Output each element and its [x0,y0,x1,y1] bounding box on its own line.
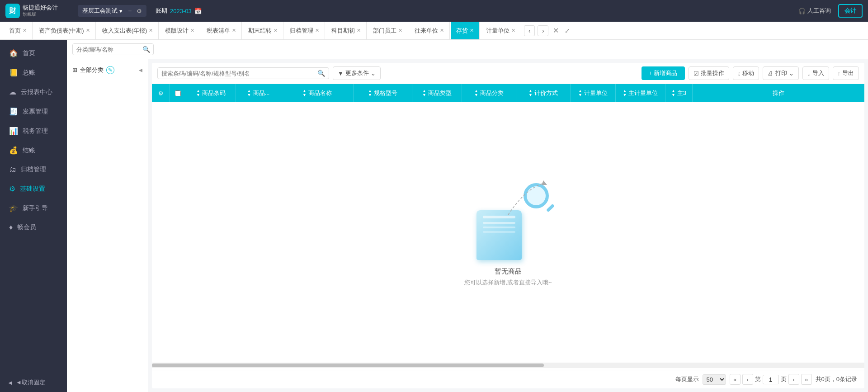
chevron-down-icon: ⌄ [371,70,376,77]
category-edit-icon[interactable]: ✎ [106,66,114,74]
th-unit[interactable]: ▲▼ 计量单位 [571,84,616,102]
page-prev-btn[interactable]: ‹ [742,374,753,385]
horizontal-scrollbar[interactable] [152,363,864,368]
print-label: 打印 [775,69,787,77]
tab-nav-next[interactable]: › [538,25,548,36]
tab-归档管理[interactable]: 归档管理 ✕ [284,22,325,40]
sidebar-label-settle: 结账 [23,146,35,155]
export-btn[interactable]: ↑ 导出 [833,66,859,80]
sidebar-item-member[interactable]: ♦ 畅会员 [0,218,67,237]
tab-close-模版[interactable]: ✕ [190,28,194,33]
settings-icon[interactable]: ⚙ [137,8,142,14]
header-actions: 🎧 人工咨询 会计 [795,4,863,18]
tab-close-资产[interactable]: ✕ [86,28,90,33]
tab-往来单位[interactable]: 往来单位 ✕ [409,22,450,40]
th-type[interactable]: ▲▼ 商品类型 [412,84,462,102]
tab-税表清单[interactable]: 税表清单 ✕ [201,22,242,40]
logo-text: 畅捷通好会计 [23,4,58,11]
tab-close-all[interactable]: ✕ [550,25,561,36]
category-search-input[interactable] [76,46,140,53]
per-page-select[interactable]: 10 20 50 100 [703,374,726,385]
consult-btn[interactable]: 🎧 人工咨询 [795,5,835,17]
period-label: 账期 [156,7,167,15]
tab-close-税表[interactable]: ✕ [232,28,236,33]
tab-close-收入[interactable]: ✕ [149,28,153,33]
company-selector[interactable]: 基层工会测试 ▾ ＋ ⚙ [78,5,146,17]
tab-close-期末[interactable]: ✕ [274,28,278,33]
select-all-checkbox[interactable] [175,90,181,96]
th-name[interactable]: ▲▼ 商品名称 [281,84,354,102]
left-panel-collapse-btn[interactable]: ◂ [139,66,142,74]
th-settings[interactable]: ⚙ [152,84,170,102]
sort-unit-icon: ▲▼ [578,89,582,97]
sidebar-item-home[interactable]: 🏠 首页 [0,43,67,63]
sidebar-collapse-btn[interactable]: ◄ ◄取消固定 [0,373,67,392]
sidebar-item-cloud[interactable]: ☁ 云报表中心 [0,82,67,102]
sidebar-item-tax[interactable]: 📊 税务管理 [0,121,67,141]
tab-计量单位[interactable]: 计量单位 ✕ [481,22,521,40]
th-main-unit[interactable]: ▲▼ 主计量单位 [616,84,665,102]
tab-close-科目[interactable]: ✕ [357,28,361,33]
add-product-btn[interactable]: + 新增商品 [642,66,684,80]
tab-close-往来[interactable]: ✕ [440,28,444,33]
category-search-wrap: 🔍 [72,43,154,55]
sidebar-item-archive[interactable]: 🗂 归档管理 [0,160,67,179]
page-last-btn[interactable]: » [801,374,812,385]
sidebar-item-guide[interactable]: 🎓 新手引导 [0,198,67,218]
kuaiji-btn[interactable]: 会计 [838,4,863,18]
scrollbar-thumb[interactable] [152,364,544,367]
page-next-btn[interactable]: › [788,374,799,385]
tab-close-计量[interactable]: ✕ [511,28,515,33]
import-btn[interactable]: ↓ 导入 [802,66,829,80]
table-header: ⚙ ▲▼ 商品条码 ▲▼ 商品... ▲▼ 商品名称 [152,84,864,102]
sidebar-item-settle[interactable]: 💰 结账 [0,141,67,160]
product-search-icon[interactable]: 🔍 [317,70,325,77]
tab-close-部门[interactable]: ✕ [398,28,402,33]
th-price-method[interactable]: ▲▼ 计价方式 [516,84,571,102]
tab-部门员工[interactable]: 部门员工 ✕ [368,22,408,40]
tab-close-归档[interactable]: ✕ [315,28,319,33]
tab-close-首页[interactable]: ✕ [23,28,27,33]
move-btn[interactable]: ↕ 移动 [733,66,760,80]
sidebar-item-invoice[interactable]: 🧾 发票管理 [0,102,67,121]
th-barcode[interactable]: ▲▼ 商品条码 [186,84,236,102]
sidebar-label-ledger: 总账 [23,69,35,77]
sidebar-item-settings[interactable]: ⚙ 基础设置 [0,179,67,198]
more-filter-btn[interactable]: ▼ 更多条件 ⌄ [333,66,381,80]
import-label: 导入 [812,69,824,77]
th-code[interactable]: ▲▼ 商品... [236,84,281,102]
print-btn[interactable]: 🖨 打印 ⌄ [763,66,799,80]
collapse-label: ◄取消固定 [16,378,45,387]
action-bar: 🔍 ▼ 更多条件 ⌄ + 新增商品 ☑ 批量操作 ↕ [152,63,864,84]
kuaiji-label: 会计 [844,7,856,14]
tab-首页[interactable]: 首页 ✕ [4,22,33,40]
sidebar-item-ledger[interactable]: 📒 总账 [0,63,67,82]
add-icon[interactable]: ＋ [127,7,133,15]
tab-模版设计[interactable]: 模版设计 ✕ [160,22,200,40]
headset-icon: 🎧 [798,8,806,14]
tab-expand[interactable]: ⤢ [562,25,573,36]
th-model[interactable]: ▲▼ 规格型号 [354,84,412,102]
th-col3[interactable]: ▲▼ 主3 [665,84,693,102]
batch-ops-btn[interactable]: ☑ 批量操作 [689,66,729,80]
tab-收入支出表[interactable]: 收入支出表(年报) ✕ [97,22,159,40]
grid-icon: ⊞ [72,66,77,73]
sidebar-label-settings: 基础设置 [20,185,45,193]
left-panel-title: ⊞ 全部分类 ✎ [72,66,114,74]
content-area: 🔍 ⊞ 全部分类 ✎ ◂ [67,40,868,392]
empty-subtitle: 您可以选择新增,或者直接导入哦~ [464,279,552,287]
tab-存货[interactable]: 存货 ✕ [451,22,480,40]
th-checkbox[interactable] [170,84,186,102]
page-number-input[interactable] [763,375,779,384]
tab-close-存货[interactable]: ✕ [470,28,474,33]
tab-科目期初[interactable]: 科目期初 ✕ [326,22,367,40]
product-search-input[interactable] [161,70,315,77]
calendar-icon[interactable]: 📅 [194,8,202,14]
tab-nav-prev[interactable]: ‹ [524,25,535,36]
sidebar-label-member: 畅会员 [17,223,36,231]
th-category[interactable]: ▲▼ 商品分类 [462,84,516,102]
tab-期末结转[interactable]: 期末结转 ✕ [243,22,283,40]
tab-资产负债表[interactable]: 资产负债表(中期) ✕ [33,22,96,40]
category-search-icon[interactable]: 🔍 [142,46,150,53]
page-first-btn[interactable]: « [730,374,741,385]
